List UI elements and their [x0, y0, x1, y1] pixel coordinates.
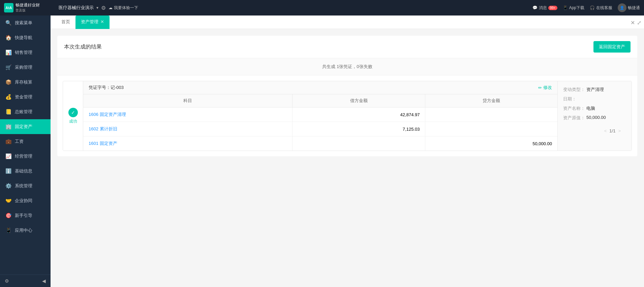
sidebar-item-ledger[interactable]: 📒 总账管理	[0, 104, 51, 119]
sidebar-item-label: 新手引导	[15, 213, 32, 219]
sidebar-item-quick-nav[interactable]: 🏠 快捷导航	[0, 30, 51, 45]
side-date: 日期：	[563, 96, 626, 102]
sidebar-item-label: 总账管理	[15, 109, 32, 115]
pagination: < 1/1 >	[563, 124, 626, 137]
expand-panel-btn[interactable]: ⤢	[637, 20, 641, 26]
date-label: 日期：	[563, 96, 576, 102]
side-change-type: 变动类型： 资产清理	[563, 87, 626, 93]
change-type-label: 变动类型：	[563, 87, 585, 93]
sales-icon: 📊	[5, 50, 11, 56]
sidebar-item-inventory[interactable]: 📦 库存核算	[0, 75, 51, 90]
sidebar-item-app-center[interactable]: 📱 应用中心	[0, 223, 51, 238]
account-link[interactable]: 1606 固定资产清理	[89, 112, 126, 117]
app-edition: 普及版	[16, 8, 40, 13]
voucher-side-panel: 变动类型： 资产清理 日期： 资产名称： 电脑 资产原值：	[557, 81, 632, 151]
sidebar-item-search[interactable]: 🔍 搜索菜单	[0, 15, 51, 30]
company-name: 医疗器械行业演示	[59, 5, 94, 11]
debit-cell: 42,874.97	[293, 107, 425, 122]
enterprise-icon: 🤝	[5, 198, 11, 204]
close-panel-btn[interactable]: ✕	[631, 20, 635, 26]
experience-btn[interactable]: ☁ 我要体验一下	[109, 5, 138, 11]
headset-icon: 🎧	[590, 5, 595, 10]
company-dropdown-btn[interactable]: ▾	[96, 5, 98, 10]
user-menu[interactable]: 👤 畅捷通	[618, 3, 640, 12]
sidebar-item-sales[interactable]: 📊 销售管理	[0, 45, 51, 60]
account-cell: 1602 累计折旧	[83, 122, 293, 136]
tab-asset-mgmt[interactable]: 资产管理 ✕	[75, 15, 110, 29]
debit-cell	[293, 136, 425, 151]
app-name: 畅捷通好业财	[16, 3, 40, 8]
sidebar-item-label: 系统管理	[15, 183, 32, 189]
result-card: 本次生成的结果 返回固定资产 共生成 1张凭证，0张失败 ✓ 成功 凭证	[57, 36, 637, 156]
summary-text: 共生成 1张凭证，0张失败	[322, 64, 372, 69]
message-btn[interactable]: 💬 消息 99+	[532, 5, 557, 11]
info-icon: ℹ️	[5, 168, 11, 174]
voucher-number: 凭证字号：记-003	[89, 85, 124, 91]
sidebar-item-label: 工资	[15, 138, 24, 145]
sidebar-item-fixed-assets[interactable]: 🏢 固定资产	[0, 119, 51, 134]
sidebar-item-basic-info[interactable]: ℹ️ 基础信息	[0, 164, 51, 179]
original-value-label: 资产原值：	[563, 115, 585, 121]
tab-home[interactable]: 首页	[56, 15, 75, 29]
success-label: 成功	[69, 119, 77, 124]
sidebar-item-operations[interactable]: 📈 经营管理	[0, 149, 51, 164]
voucher-table: 科目 借方金额 贷方金额 1606 固定资产清理	[83, 94, 557, 151]
sidebar-item-system[interactable]: ⚙️ 系统管理	[0, 179, 51, 193]
col-header-account: 科目	[83, 94, 293, 107]
result-header: 本次生成的结果 返回固定资产	[57, 36, 637, 58]
sidebar-collapse-btn[interactable]: ◀	[42, 278, 46, 284]
asset-name-label: 资产名称：	[563, 105, 585, 111]
asset-name-value: 电脑	[586, 105, 595, 111]
sidebar-bottom: ⚙ ◀	[0, 275, 51, 287]
voucher-main: 凭证字号：记-003 ✏ 修改 科目 借方金额 贷	[83, 81, 557, 151]
table-row: 1602 累计折旧 7,125.03	[83, 122, 557, 136]
expand-icon: ⤢	[637, 20, 641, 26]
sidebar-item-label: 资金管理	[15, 94, 32, 100]
summary-bar: 共生成 1张凭证，0张失败	[57, 58, 637, 75]
tab-close-btn[interactable]: ✕	[100, 19, 104, 24]
credit-cell: 50,000.00	[425, 136, 557, 151]
search-icon: 🔍	[5, 20, 11, 26]
account-link[interactable]: 1601 固定资产	[89, 141, 117, 146]
logo-icon: AtA	[4, 3, 13, 12]
side-original-value: 资产原值： 50,000.00	[563, 115, 626, 121]
salary-icon: 💼	[5, 138, 11, 145]
account-cell: 1601 固定资产	[83, 136, 293, 151]
phone-icon: 📱	[563, 5, 568, 10]
app-download-btn[interactable]: 📱 App下载	[563, 5, 584, 11]
credit-cell	[425, 107, 557, 122]
topbar: AtA 畅捷通好业财 普及版 医疗器械行业演示 ▾ ⚙ ☁ 我要体验一下 💬 消…	[0, 0, 644, 15]
account-link[interactable]: 1602 累计折旧	[89, 126, 117, 131]
sidebar-item-enterprise[interactable]: 🤝 企业协同	[0, 193, 51, 208]
page-indicator: 1/1	[609, 128, 615, 133]
change-type-value: 资产清理	[586, 87, 604, 93]
sidebar-item-finance[interactable]: 💰 资金管理	[0, 90, 51, 104]
online-service-btn[interactable]: 🎧 在线客服	[590, 5, 612, 11]
sidebar-item-purchase[interactable]: 🛒 采购管理	[0, 60, 51, 75]
sidebar-item-label: 固定资产	[15, 124, 32, 130]
col-header-debit: 借方金额	[293, 94, 425, 107]
fixed-assets-icon: 🏢	[5, 124, 11, 130]
prev-page-btn[interactable]: <	[604, 128, 607, 133]
side-asset-name: 资产名称： 电脑	[563, 105, 626, 111]
original-value-value: 50,000.00	[586, 115, 606, 121]
page-title: 本次生成的结果	[64, 43, 102, 51]
debit-cell: 7,125.03	[293, 122, 425, 136]
sidebar-item-label: 应用中心	[15, 227, 32, 233]
sidebar-item-label: 企业协同	[15, 198, 32, 204]
main-layout: 🔍 搜索菜单 🏠 快捷导航 📊 销售管理 🛒 采购管理 📦 库存核算 💰	[0, 15, 644, 287]
sidebar-settings-btn[interactable]: ⚙	[5, 278, 9, 284]
next-page-btn[interactable]: >	[618, 128, 621, 133]
return-btn[interactable]: 返回固定资产	[593, 41, 631, 53]
topbar-settings-btn[interactable]: ⚙	[101, 5, 106, 11]
sidebar-item-salary[interactable]: 💼 工资	[0, 134, 51, 149]
sidebar-item-label: 快捷导航	[15, 35, 32, 41]
home-icon: 🏠	[5, 35, 11, 41]
sidebar-item-guide[interactable]: 🎯 新手引导	[0, 208, 51, 223]
edit-icon: ✏	[538, 85, 542, 90]
edit-voucher-btn[interactable]: ✏ 修改	[538, 85, 552, 91]
sidebar-item-label: 销售管理	[15, 50, 32, 56]
message-badge: 99+	[548, 6, 557, 10]
content-area: 首页 资产管理 ✕ 本次生成的结果 返回固定资产 共生成 1张凭证，0张失败	[51, 15, 644, 287]
account-cell: 1606 固定资产清理	[83, 107, 293, 122]
